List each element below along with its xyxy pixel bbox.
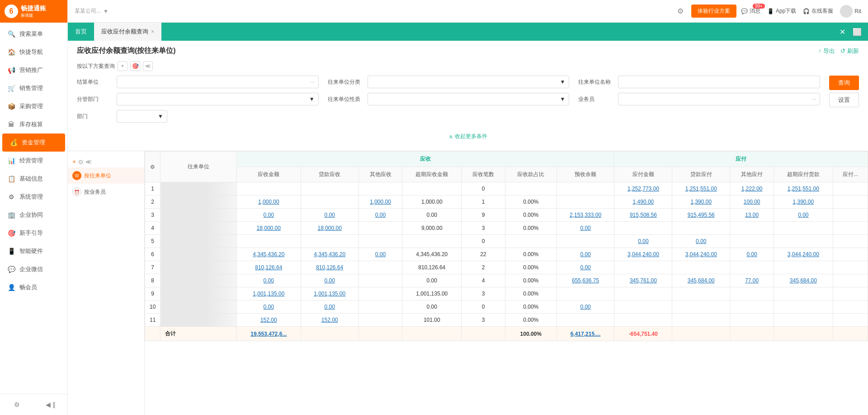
sidebar-item-guide[interactable]: 🎯 新手引导 — [0, 224, 67, 242]
row-ar-loan[interactable]: 4,345,436.20 — [301, 248, 359, 261]
row-ar-amount[interactable]: 1,000.00 — [236, 196, 301, 209]
collapse-panel-btn[interactable]: ≪ — [85, 158, 92, 165]
row-ar-other[interactable]: 0.00 — [359, 248, 402, 261]
row-ar-loan[interactable]: 810,126.64 — [301, 261, 359, 274]
row-ap-overdue[interactable]: 1,390.00 — [774, 196, 833, 209]
row-ar-advance[interactable]: 0.00 — [557, 261, 614, 274]
row-ar-other[interactable]: 0.00 — [359, 209, 402, 222]
message-btn[interactable]: 💬 消息 99+ — [741, 7, 760, 15]
trial-btn[interactable]: 体验行业方案 — [691, 5, 736, 18]
sidebar-item-inventory[interactable]: 🏛 库存核算 — [0, 115, 67, 134]
row-ap-loan[interactable]: 915,495.56 — [672, 209, 730, 222]
window-maximize-btn[interactable]: ⬜ — [851, 25, 863, 38]
schema-add-btn[interactable]: + — [118, 61, 127, 71]
user-info[interactable]: Rit — [840, 5, 861, 18]
row-ap-other[interactable]: 13.00 — [730, 209, 774, 222]
row-ar-loan[interactable]: 18,000.00 — [301, 222, 359, 235]
collapse-more-btn[interactable]: ∧ 收起更多条件 — [77, 130, 859, 143]
edit-schema-icon[interactable]: ⊙ — [78, 158, 83, 165]
row-ar-advance[interactable]: 655,636.75 — [557, 274, 614, 287]
row-ap-other[interactable]: 100.00 — [730, 196, 774, 209]
row-ap-amount[interactable]: 3,044,240.00 — [614, 248, 672, 261]
schema-collapse-btn[interactable]: ≪ — [143, 61, 153, 71]
row-ap-amount[interactable]: 345,761.00 — [614, 274, 672, 287]
wanglai-fenlei-select[interactable]: ▼ — [368, 76, 570, 88]
row-ap-amount[interactable]: 1,490.00 — [614, 196, 672, 209]
row-ar-amount[interactable]: 1,001,135.00 — [236, 287, 301, 301]
sidebar-item-system[interactable]: ⚙ 系统管理 — [0, 188, 67, 206]
sidebar-item-wechat[interactable]: 💬 企业微信 — [0, 260, 67, 278]
row-ar-other[interactable]: 1,000.00 — [359, 196, 402, 209]
row-ap-amount[interactable]: 0.00 — [614, 235, 672, 248]
tab-ar-query[interactable]: 应收应付余额查询 × — [94, 23, 161, 41]
row-ar-loan[interactable]: 152.00 — [301, 314, 359, 327]
sidebar-item-sales[interactable]: 🛒 销售管理 — [0, 79, 67, 97]
settings-btn[interactable]: 设置 — [829, 93, 859, 107]
row-ap-loan[interactable]: 0.00 — [672, 235, 730, 248]
row-ar-advance[interactable]: 0.00 — [557, 301, 614, 314]
fenguang-select[interactable]: ▼ — [117, 93, 319, 105]
gear-btn[interactable]: ⚙ — [674, 5, 687, 18]
wanglai-nature-select[interactable]: ▼ — [368, 93, 570, 105]
jiesuan-input[interactable]: ··· — [117, 76, 319, 88]
settings-bottom-btn[interactable]: ⚙ — [10, 398, 24, 411]
app-download-btn[interactable]: 📱 App下载 — [767, 7, 796, 15]
sidebar-item-operation[interactable]: 📊 经营管理 — [0, 152, 67, 170]
tab-close-icon[interactable]: × — [151, 29, 154, 35]
row-ap-loan[interactable]: 1,251,551.00 — [672, 182, 730, 196]
row-ap-amount[interactable]: 1,252,773.00 — [614, 182, 672, 196]
schema-item-by-salesperson[interactable]: ⏰ 按业务员 — [68, 184, 144, 200]
wanglai-name-input[interactable] — [618, 76, 820, 88]
row-ar-loan[interactable]: 0.00 — [301, 209, 359, 222]
row-ar-loan[interactable]: 1,001,135.00 — [301, 287, 359, 301]
row-ar-amount[interactable]: 810,126.64 — [236, 261, 301, 274]
sidebar-item-hardware[interactable]: 📱 智能硬件 — [0, 242, 67, 260]
row-ar-amount[interactable]: 18,000.00 — [236, 222, 301, 235]
export-btn[interactable]: ↑ 导出 — [819, 47, 835, 55]
schema-edit-btn[interactable]: 🎯 — [130, 61, 140, 71]
sidebar-item-enterprise[interactable]: 🏢 企业协同 — [0, 206, 67, 224]
row-ar-loan[interactable]: 0.00 — [301, 301, 359, 314]
row-ap-overdue[interactable]: 3,044,240.00 — [774, 248, 833, 261]
row-ar-amount[interactable]: 0.00 — [236, 274, 301, 287]
row-ap-other[interactable]: 1,222.00 — [730, 182, 774, 196]
sidebar-item-marketing[interactable]: 📢 营销推广 — [0, 61, 67, 79]
row-ar-advance[interactable]: 0.00 — [557, 222, 614, 235]
sidebar-item-purchase[interactable]: 📦 采购管理 — [0, 97, 67, 115]
online-service-btn[interactable]: 🎧 在线客服 — [803, 7, 833, 15]
sidebar-item-quicknav[interactable]: 🏠 快捷导航 — [0, 43, 67, 61]
row-ap-other[interactable]: 0.00 — [730, 248, 774, 261]
row-ap-loan[interactable]: 345,684.00 — [672, 274, 730, 287]
row-ap-other[interactable]: 77.00 — [730, 274, 774, 287]
row-ar-amount[interactable]: 4,345,436.20 — [236, 248, 301, 261]
row-ar-advance[interactable]: 0.00 — [557, 248, 614, 261]
row-ar-amount[interactable]: 0.00 — [236, 301, 301, 314]
row-ap-loan[interactable]: 1,390.00 — [672, 196, 730, 209]
schema-item-by-partner[interactable]: W 按往来单位 — [68, 167, 144, 184]
tab-home[interactable]: 首页 — [68, 23, 94, 41]
th-settings[interactable]: ⚙ — [145, 152, 160, 182]
dept-select[interactable]: ▼ — [117, 110, 167, 123]
footer-ar-amount[interactable]: 19,553,472,6... — [236, 327, 301, 341]
sidebar-item-member[interactable]: 👤 畅会员 — [0, 278, 67, 296]
window-close-btn[interactable]: ✕ — [836, 25, 849, 38]
row-ar-loan[interactable]: 0.00 — [301, 274, 359, 287]
row-ar-amount[interactable]: 0.00 — [236, 209, 301, 222]
sidebar-item-basic[interactable]: 📋 基础信息 — [0, 170, 67, 188]
query-btn[interactable]: 查询 — [829, 76, 859, 90]
row-ap-amount[interactable]: 915,508.56 — [614, 209, 672, 222]
add-schema-btn[interactable]: + — [72, 158, 76, 165]
footer-ar-advance[interactable]: 6,417,215.... — [557, 327, 614, 341]
sidebar-item-finance[interactable]: 💰 资金管理 — [2, 134, 65, 152]
row-ap-overdue[interactable]: 345,684.00 — [774, 274, 833, 287]
row-ap-overdue[interactable]: 1,251,551.00 — [774, 182, 833, 196]
row-ar-advance[interactable]: 2,153,333.00 — [557, 209, 614, 222]
sidebar-item-search[interactable]: 🔍 搜索菜单 — [0, 25, 67, 43]
row-ap-overdue[interactable]: 0.00 — [774, 209, 833, 222]
salesperson-input[interactable]: ··· — [618, 93, 820, 105]
breadcrumb-dropdown-icon[interactable]: ▼ — [103, 8, 108, 14]
refresh-btn[interactable]: ↺ 刷新 — [840, 47, 859, 55]
row-ap-loan[interactable]: 3,044,240.00 — [672, 248, 730, 261]
row-ar-amount[interactable]: 152.00 — [236, 314, 301, 327]
collapse-sidebar-btn[interactable]: ◀ ‖ — [44, 398, 57, 411]
